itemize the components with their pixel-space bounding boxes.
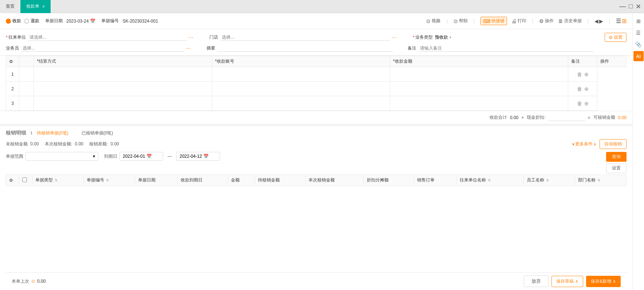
- row-2-delete-icon[interactable]: 🗑: [577, 86, 582, 92]
- partner-input[interactable]: [28, 34, 187, 41]
- filter-settings-button[interactable]: 设置: [606, 163, 627, 173]
- filter-range-select[interactable]: ▾: [25, 152, 98, 161]
- abandon-button[interactable]: 放弃: [524, 275, 549, 287]
- discount-input[interactable]: [549, 114, 585, 121]
- account-input-1[interactable]: [34, 67, 212, 81]
- summary-total-label: 收款合计: [490, 114, 507, 121]
- sidebar-icon-2[interactable]: ☰: [633, 28, 644, 38]
- history-icon: 🗎: [558, 18, 563, 24]
- radio-shoukuan[interactable]: 收款: [6, 18, 21, 24]
- partner-more-btn[interactable]: ···: [187, 35, 195, 40]
- hx-tab-pending[interactable]: 待核销单据(0笔): [37, 130, 68, 136]
- view-toggle: ☰ ⊞: [616, 17, 627, 24]
- form-section: * 往来单位 ··· 门店 ··· * 业务类型: [0, 29, 632, 56]
- filter-date-from[interactable]: 2022-04-01 📅: [119, 152, 163, 161]
- btn-operation-label: 操作: [545, 18, 554, 24]
- row-2-settle: [19, 82, 34, 96]
- remark-field: 备注: [408, 45, 594, 52]
- dept-sort-icon: ⇅: [597, 178, 600, 182]
- tab-home[interactable]: 首页: [0, 0, 20, 13]
- filter-icon: ▾: [572, 142, 574, 147]
- tab-close-icon[interactable]: ×: [42, 4, 45, 9]
- amount-input-2[interactable]: [212, 82, 390, 96]
- auto-hx-button[interactable]: 自动核销: [600, 139, 627, 149]
- window-minimize-icon[interactable]: —: [619, 3, 626, 10]
- row-3-num: 3: [6, 96, 19, 111]
- bth-amount: 金额: [228, 175, 255, 186]
- table-header-row: ⚙ *结算方式 *收款账号 *收款金额 备注 操作: [6, 56, 627, 67]
- btn-shortcut[interactable]: ⌨ 快捷键: [480, 17, 507, 25]
- btn-help[interactable]: ⊙ 帮助: [453, 18, 468, 24]
- stat-this-time-label: 本次核销金额:: [45, 141, 72, 146]
- nav-prev-icon[interactable]: ◀: [594, 18, 598, 24]
- radio-tuikuan[interactable]: 退款: [24, 18, 39, 24]
- date-value: 2023-03-24: [66, 19, 89, 24]
- stat-unverified-label: 未核销金额: [6, 141, 28, 146]
- row-3-remark: [390, 96, 568, 111]
- biz-type-dropdown[interactable]: 预收款 ▾: [435, 34, 602, 40]
- settle-input-1[interactable]: [19, 67, 34, 81]
- voucher-label: 单据编号: [101, 18, 119, 24]
- voucher-value: SK-20230324-001: [122, 19, 158, 24]
- view-grid-icon[interactable]: ⊞: [622, 17, 627, 24]
- tab-shoukuan[interactable]: 收款单 ×: [20, 0, 51, 13]
- store-input[interactable]: [220, 34, 390, 41]
- settle-input-2[interactable]: [19, 82, 34, 96]
- sidebar-icon-3[interactable]: 📎: [633, 39, 644, 50]
- row-1-copy-icon[interactable]: ⊕: [584, 71, 589, 77]
- window-restore-icon[interactable]: □: [629, 3, 633, 10]
- row-1-delete-icon[interactable]: 🗑: [577, 71, 582, 77]
- calendar-icon[interactable]: 📅: [90, 19, 95, 24]
- hx-info-icon[interactable]: ℹ: [31, 130, 32, 136]
- row-3-copy-icon[interactable]: ⊕: [584, 101, 589, 106]
- btn-history[interactable]: 🗎 历史单据: [558, 18, 582, 24]
- view-list-icon[interactable]: ☰: [616, 17, 621, 24]
- account-input-2[interactable]: [34, 82, 212, 96]
- sidebar-icon-1[interactable]: ⊞: [633, 16, 644, 26]
- btn-print[interactable]: 🖨 打印: [511, 18, 526, 24]
- row-2-account: [34, 82, 212, 96]
- more-conditions-btn[interactable]: ▾ 更多条件 ∧: [572, 141, 597, 147]
- window-close-icon[interactable]: ✕: [636, 3, 641, 11]
- btn-video[interactable]: ⊙ 视频: [426, 18, 440, 24]
- amount-input-3[interactable]: [212, 96, 390, 110]
- filter-main: 单据范围 ▾ 到期日 2022-04-01 📅 —: [6, 152, 603, 161]
- remark-input[interactable]: [419, 45, 594, 52]
- row-2-action: 🗑 ⊕: [568, 82, 597, 96]
- staff-more-btn[interactable]: ···: [184, 46, 192, 51]
- radio-tuikuan-label: 退款: [31, 18, 39, 24]
- th-gear[interactable]: ⚙: [6, 56, 19, 67]
- select-all-checkbox[interactable]: [22, 177, 27, 182]
- row-3-delete-icon[interactable]: 🗑: [577, 101, 582, 106]
- bth-date: 单据日期: [135, 175, 177, 186]
- radio-shoukuan-circle: [6, 19, 11, 24]
- btn-operation[interactable]: ⚙ 操作: [539, 18, 554, 24]
- hx-tab-done[interactable]: 已核销单据(0笔): [82, 130, 113, 136]
- save-new-button[interactable]: 保存&新增 ∧: [586, 276, 621, 287]
- account-input-3[interactable]: [34, 96, 212, 110]
- bth-pending-hx: 待核销金额: [255, 175, 306, 186]
- query-button[interactable]: 查询: [606, 152, 627, 162]
- sidebar-icon-ai[interactable]: Ai: [633, 51, 644, 61]
- bth-gear[interactable]: ⚙: [6, 175, 19, 186]
- date-label: 单据日期: [45, 18, 63, 24]
- amount-input-1[interactable]: [212, 67, 390, 81]
- remark-input-2[interactable]: [390, 82, 568, 96]
- th-account: *收款账号: [212, 56, 390, 67]
- filter-date-to[interactable]: 2022-04-12 📅: [176, 152, 220, 161]
- summary-input[interactable]: [217, 45, 393, 52]
- settle-input-3[interactable]: [19, 96, 34, 110]
- settings-icon: ⚙: [609, 35, 613, 40]
- store-more-btn[interactable]: ···: [390, 35, 398, 40]
- calendar-from-icon: 📅: [146, 154, 152, 159]
- row-1-amount: [212, 67, 390, 82]
- row-2-copy-icon[interactable]: ⊕: [584, 86, 589, 92]
- staff-input[interactable]: [21, 45, 184, 52]
- hx-title: 核销明细: [6, 130, 26, 136]
- remark-input-3[interactable]: [390, 96, 568, 110]
- settings-button[interactable]: ⚙ 设置: [605, 33, 627, 42]
- save-draft-button[interactable]: 保存草稿 ∧: [551, 276, 583, 287]
- nav-next-icon[interactable]: ▶: [599, 18, 603, 24]
- remark-input-1[interactable]: [390, 67, 568, 81]
- staff-label: 业务员: [6, 45, 19, 51]
